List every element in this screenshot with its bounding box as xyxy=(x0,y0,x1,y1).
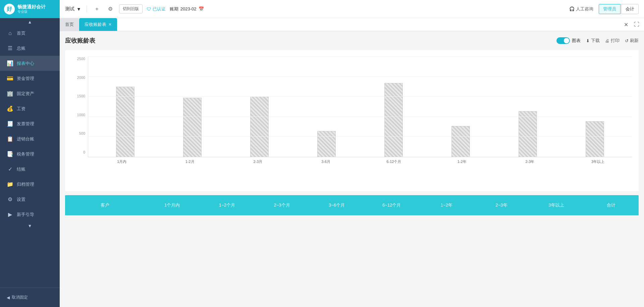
table-header-col-3: 2~3个月 xyxy=(255,195,310,215)
sidebar-icon-settings: ⚙ xyxy=(7,196,13,203)
y-axis-label: 500 xyxy=(72,131,85,135)
chart-area: 05001000150020002500 1月内1-2月2-3月3-6月6-12… xyxy=(72,57,632,164)
print-button[interactable]: 🖨 打印 xyxy=(605,38,620,44)
sidebar-nav: ▲ ⌂ 首页☰ 总账📊 报表中心💳 资金管理🏢 固定资产💰 工资🧾 发票管理📋 xyxy=(0,18,60,288)
sidebar-label-payroll: 工资 xyxy=(17,106,25,112)
chart-toggle[interactable] xyxy=(556,37,570,44)
chart-bar-3年以上 xyxy=(586,121,604,157)
y-axis: 05001000150020002500 xyxy=(72,57,85,164)
chart-body: 1月内1-2月2-3月3-6月6-12个月1-2年2-3年3年以上 xyxy=(88,57,632,164)
report-header: 应收账龄表 图表 ⬇ 下载 🖨 打印 ↺ xyxy=(65,37,639,45)
chart-wrapper: 05001000150020002500 1月内1-2月2-3月3-6月6-12… xyxy=(65,50,639,191)
x-axis-label: 2-3年 xyxy=(521,159,539,164)
bar-group xyxy=(384,83,403,157)
y-axis-label: 1000 xyxy=(72,113,85,117)
y-axis-label: 0 xyxy=(72,150,85,154)
grid-line xyxy=(88,136,632,137)
shield-icon: 🛡 xyxy=(147,6,151,12)
bar-group xyxy=(250,96,269,157)
sidebar-icon-guide: ▶ xyxy=(7,211,13,218)
bar-group xyxy=(116,87,135,157)
sidebar-icon-tax: 📑 xyxy=(7,151,13,157)
sidebar-item-settlement[interactable]: ✓ 结账 xyxy=(0,162,60,177)
table-header-col-1: 1个月内 xyxy=(145,195,200,215)
y-axis-label: 2000 xyxy=(72,76,85,80)
scroll-up-indicator: ▲ xyxy=(0,18,60,26)
sidebar-item-settings[interactable]: ⚙ 设置 xyxy=(0,192,60,207)
sidebar-item-assets[interactable]: 🏢 固定资产 xyxy=(0,86,60,101)
bar-group xyxy=(183,98,202,157)
sidebar-item-archive[interactable]: 📁 归档管理 xyxy=(0,177,60,192)
tabs-row: 首页应收账龄表✕ ✕ ⛶ xyxy=(60,18,644,31)
project-name: 测试 xyxy=(65,6,74,12)
tabs-list: 首页应收账龄表✕ xyxy=(60,18,619,31)
sidebar-item-guide[interactable]: ▶ 新手引导 xyxy=(0,207,60,222)
sidebar-item-ledger[interactable]: ☰ 总账 xyxy=(0,41,60,56)
sidebar-item-home[interactable]: ⌂ 首页 xyxy=(0,26,60,41)
refresh-icon: ↺ xyxy=(625,38,629,43)
tab-label-aging: 应收账龄表 xyxy=(85,21,106,28)
grid-line xyxy=(88,77,632,77)
table-header-col-0: 客户 xyxy=(65,195,145,215)
switch-old-version-button[interactable]: 切到旧版 xyxy=(119,4,143,13)
nav-divider-1 xyxy=(87,6,87,12)
sidebar-icon-payroll: 💰 xyxy=(7,105,13,112)
main-area: 测试 ▼ + ⚙ 切到旧版 🛡 已认证 账期 2023-02 📅 🎧 人工咨询 … xyxy=(60,0,644,307)
tab-close-aging[interactable]: ✕ xyxy=(108,22,112,27)
chevron-down-icon: ▼ xyxy=(76,6,81,12)
chart-bar-3-6月 xyxy=(317,131,336,157)
sidebar-icon-settlement: ✓ xyxy=(7,166,13,172)
admin-button[interactable]: 管理员 xyxy=(599,4,621,14)
table-header-col-6: 1~2年 xyxy=(419,195,474,215)
tab-label-home: 首页 xyxy=(65,21,74,28)
calendar-icon[interactable]: 📅 xyxy=(199,6,204,11)
support-button[interactable]: 🎧 人工咨询 xyxy=(569,6,593,12)
bar-group xyxy=(451,126,470,157)
close-tab-button[interactable]: ✕ xyxy=(621,20,631,29)
page-content: 应收账龄表 图表 ⬇ 下载 🖨 打印 ↺ xyxy=(60,31,644,307)
expand-button[interactable]: ⛶ xyxy=(632,20,641,29)
report-title: 应收账龄表 xyxy=(65,37,556,45)
sidebar-item-tax[interactable]: 📑 税务管理 xyxy=(0,146,60,162)
settings-button[interactable]: ⚙ xyxy=(106,4,115,14)
sidebar-label-guide: 新手引导 xyxy=(17,212,34,218)
sidebar-icon-funds: 💳 xyxy=(7,75,13,82)
sidebar-item-funds[interactable]: 💳 资金管理 xyxy=(0,71,60,86)
tabs-right-controls: ✕ ⛶ xyxy=(619,18,644,31)
x-axis-label: 2-3月 xyxy=(249,159,267,164)
sidebar-label-tax: 税务管理 xyxy=(17,151,34,157)
tab-aging[interactable]: 应收账龄表✕ xyxy=(79,18,117,31)
tab-home[interactable]: 首页 xyxy=(60,18,79,31)
bar-group xyxy=(317,131,336,157)
sidebar-label-invoice: 发票管理 xyxy=(17,121,34,127)
table-header-col-4: 3~6个月 xyxy=(309,195,364,215)
table-header-col-8: 3年以上 xyxy=(529,195,584,215)
project-selector[interactable]: 测试 ▼ xyxy=(65,6,81,12)
accountant-button[interactable]: 会计 xyxy=(621,4,639,14)
table-header: 客户1个月内1~2个月2~3个月3~6个月6~12个月1~2年2~3年3年以上合… xyxy=(65,195,639,215)
report-container: 应收账龄表 图表 ⬇ 下载 🖨 打印 ↺ xyxy=(60,31,644,307)
x-axis-labels: 1月内1-2月2-3月3-6月6-12个月1-2年2-3年3年以上 xyxy=(88,157,632,164)
sidebar-item-sales[interactable]: 📋 进销台账 xyxy=(0,131,60,146)
table-header-col-5: 6~12个月 xyxy=(364,195,419,215)
sidebar-icon-invoice: 🧾 xyxy=(7,121,13,127)
bar-group xyxy=(519,111,537,157)
sidebar-label-sales: 进销台账 xyxy=(17,136,34,142)
refresh-button[interactable]: ↺ 刷新 xyxy=(625,38,639,44)
table-header-col-7: 2~3年 xyxy=(474,195,529,215)
add-project-button[interactable]: + xyxy=(92,4,102,14)
chart-toggle-label: 图表 xyxy=(572,38,581,44)
sidebar-bottom: ◀ 取消固定 xyxy=(0,288,60,307)
download-button[interactable]: ⬇ 下载 xyxy=(586,38,600,44)
unfix-sidebar-button[interactable]: ◀ 取消固定 xyxy=(0,291,60,304)
chart-grid xyxy=(88,57,632,157)
sidebar-item-payroll[interactable]: 💰 工资 xyxy=(0,101,60,116)
sidebar-label-ledger: 总账 xyxy=(17,45,25,51)
sidebar-label-settings: 设置 xyxy=(17,196,25,203)
chart-bar-1-2年 xyxy=(451,126,470,157)
x-axis-label: 1-2年 xyxy=(453,159,471,164)
y-axis-label: 2500 xyxy=(72,57,85,61)
accounting-period: 账期 2023-02 📅 xyxy=(170,6,204,12)
sidebar-item-reports[interactable]: 📊 报表中心 xyxy=(0,56,60,71)
sidebar-item-invoice[interactable]: 🧾 发票管理 xyxy=(0,116,60,131)
